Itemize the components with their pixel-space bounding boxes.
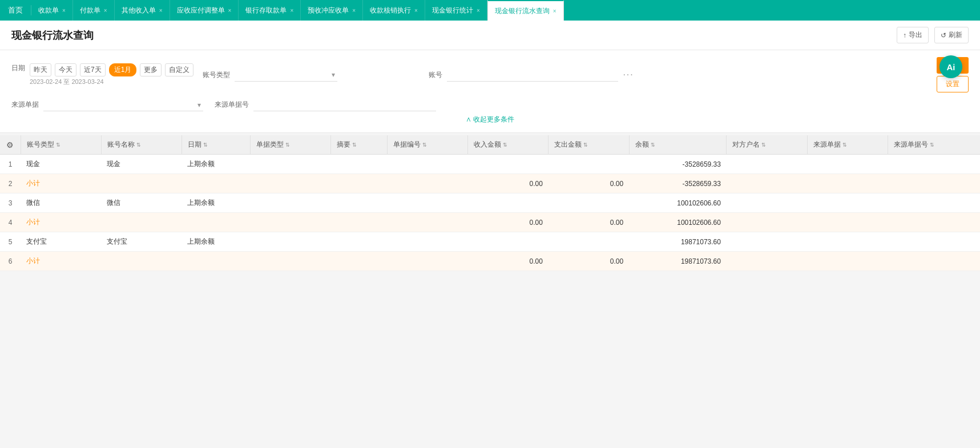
col-counterpart-header[interactable]: 对方户名⇅ [727,135,807,155]
col-expense-header[interactable]: 支出金额⇅ [549,135,629,155]
nav-tab-tab-other-income[interactable]: 其他收入单× [115,0,170,21]
source-no-input[interactable] [253,98,436,111]
date-btn-近7天[interactable]: 近7天 [80,63,106,76]
row-source-doc [807,174,888,193]
tab-label-tab-receipt-verify: 收款核销执行 [370,6,411,15]
tab-close-tab-receipt-verify[interactable]: × [414,7,418,14]
nav-tab-tab-cash-flow[interactable]: 现金银行流水查询× [487,0,564,21]
row-balance: 100102606.60 [629,193,727,213]
filter-row-1: 日期 昨天今天近7天近1月更多自定义 2023-02-24 至 2023-03-… [11,57,969,92]
row-balance: 100102606.60 [629,213,727,232]
tab-close-tab-cash-flow[interactable]: × [553,8,556,14]
row-account-name [101,213,182,232]
row-account-type: 现金 [21,155,101,174]
col-balance-header[interactable]: 余额⇅ [629,135,727,155]
row-doc-type [250,193,330,213]
table-row: 1现金现金上期余额-3528659.33 [0,155,980,174]
page-header: 现金银行流水查询 ↑ 导出 ↺ 刷新 [0,21,980,50]
account-dots-button[interactable]: ··· [623,70,634,80]
date-btn-今天[interactable]: 今天 [55,63,76,76]
row-date [182,252,250,271]
nav-tab-tab-receipt-verify[interactable]: 收款核销执行× [363,0,425,21]
refresh-button[interactable]: ↺ 刷新 [934,27,969,43]
source-doc-select[interactable] [43,98,203,111]
row-source-doc [807,155,888,174]
data-table: ⚙账号类型⇅账号名称⇅日期⇅单据类型⇅摘要⇅单据编号⇅收入金额⇅支出金额⇅余额⇅… [0,135,980,271]
ai-badge[interactable]: Ai [939,55,962,78]
col-doc-no-header[interactable]: 单据编号⇅ [388,135,468,155]
row-source-no [888,213,980,232]
col-account-type-header[interactable]: 账号类型⇅ [21,135,101,155]
col-account-name-header[interactable]: 账号名称⇅ [101,135,182,155]
tab-close-tab-bank-deposit[interactable]: × [290,7,293,14]
row-summary [331,155,388,174]
tab-close-tab-other-income[interactable]: × [159,7,163,14]
col-settings-header: ⚙ [0,135,21,155]
sort-icon-col-doc-no: ⇅ [422,142,427,148]
source-doc-label: 来源单据 [11,100,39,110]
collapse-bar[interactable]: ∧ 收起更多条件 [11,111,969,127]
row-balance: -3528659.33 [629,174,727,193]
nav-tab-tab-payment[interactable]: 付款单× [73,0,115,21]
tab-close-tab-payment[interactable]: × [104,7,107,14]
row-source-no [888,155,980,174]
refresh-icon: ↺ [941,31,946,39]
tab-close-tab-receipt[interactable]: × [62,7,66,14]
row-date [182,174,250,193]
tab-close-tab-cash-stat[interactable]: × [477,7,480,14]
col-source-no-header[interactable]: 来源单据号⇅ [888,135,980,155]
row-account-type: 小计 [21,252,101,271]
tab-close-tab-ar-ap-adjust[interactable]: × [228,7,232,14]
row-counterpart [727,252,807,271]
tab-close-tab-pre-receipt[interactable]: × [352,7,356,14]
settings-icon[interactable]: ⚙ [6,140,14,150]
row-num: 3 [0,193,21,213]
col-doc-type-header[interactable]: 单据类型⇅ [250,135,330,155]
date-btn-近1月[interactable]: 近1月 [109,63,137,76]
nav-home[interactable]: 首页 [0,5,31,15]
row-summary [331,174,388,193]
date-btn-更多[interactable]: 更多 [140,63,162,76]
row-account-type: 微信 [21,193,101,213]
account-input[interactable] [447,68,618,82]
tab-label-tab-cash-flow: 现金银行流水查询 [495,6,550,16]
row-source-no [888,174,980,193]
row-account-name: 微信 [101,193,182,213]
sort-icon-col-doc-type: ⇅ [285,142,290,148]
filter-row-2: 来源单据 来源单据号 [11,98,969,111]
source-no-filter: 来源单据号 [215,98,969,111]
row-doc-no [388,193,468,213]
account-type-filter: 账号类型 现金 微信 支付宝 [203,68,420,82]
sort-icon-col-balance: ⇅ [651,142,655,148]
date-range-text: 2023-02-24 至 2023-03-24 [30,78,193,86]
col-date-header[interactable]: 日期⇅ [182,135,250,155]
nav-tab-tab-pre-receipt[interactable]: 预收冲应收单× [301,0,363,21]
date-btn-自定义[interactable]: 自定义 [165,63,193,76]
sort-icon-col-source-no: ⇅ [930,142,934,148]
row-summary [331,232,388,252]
date-btn-昨天[interactable]: 昨天 [30,63,51,76]
row-balance: -3528659.33 [629,155,727,174]
tab-label-tab-payment: 付款单 [80,6,100,15]
col-source-doc-header[interactable]: 来源单据⇅ [807,135,888,155]
nav-tab-tab-cash-stat[interactable]: 现金银行统计× [425,0,487,21]
nav-tab-tab-ar-ap-adjust[interactable]: 应收应付调整单× [170,0,239,21]
row-doc-no [388,174,468,193]
filter-area: 日期 昨天今天近7天近1月更多自定义 2023-02-24 至 2023-03-… [0,50,980,133]
row-num: 4 [0,213,21,232]
col-summary-header[interactable]: 摘要⇅ [331,135,388,155]
col-income-header[interactable]: 收入金额⇅ [468,135,549,155]
row-num: 6 [0,252,21,271]
row-doc-no [388,252,468,271]
sort-icon-col-date: ⇅ [203,142,208,148]
account-type-select[interactable]: 现金 微信 支付宝 [235,68,337,82]
settings-button[interactable]: 设置 [937,76,969,92]
tab-label-tab-bank-deposit: 银行存取款单 [245,6,287,15]
row-summary [331,193,388,213]
row-counterpart [727,232,807,252]
nav-tab-tab-bank-deposit[interactable]: 银行存取款单× [239,0,301,21]
nav-tab-tab-receipt[interactable]: 收款单× [31,0,73,21]
row-counterpart [727,174,807,193]
export-button[interactable]: ↑ 导出 [897,27,929,43]
date-buttons: 昨天今天近7天近1月更多自定义 [30,63,193,76]
